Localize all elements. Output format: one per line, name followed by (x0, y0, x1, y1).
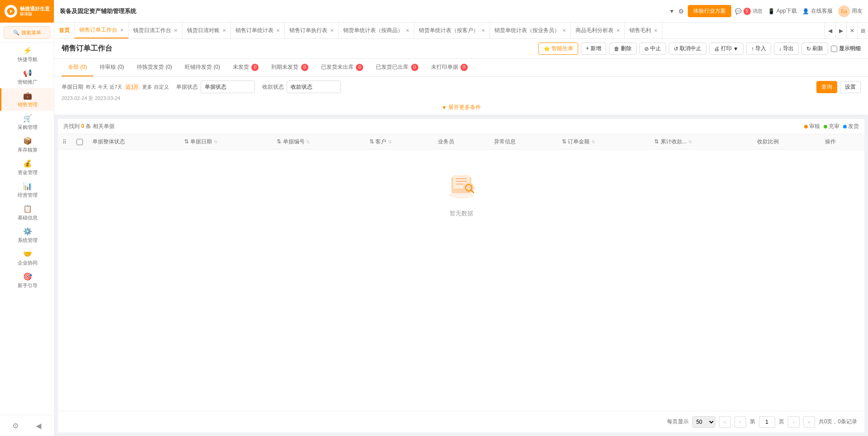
tab-sales-stat[interactable]: 销售订单统计表 ✕ (231, 23, 285, 38)
th-check[interactable] (72, 134, 88, 150)
tab-product-margin[interactable]: 商品毛利分析表 ✕ (571, 23, 625, 38)
subtab-not-shipped[interactable]: 未发货 0 (226, 59, 265, 76)
tab-close-icon[interactable]: ✕ (562, 28, 566, 33)
sidebar-item-marketing[interactable]: 📢 营销推广 (0, 66, 54, 88)
tab-close-icon[interactable]: ✕ (616, 28, 620, 33)
sidebar-item-operations[interactable]: 📊 经营管理 (0, 179, 54, 201)
message-button[interactable]: 💬 5 消息 (735, 8, 762, 15)
sidebar-item-guide[interactable]: 🎯 新手引导 (0, 269, 54, 292)
subtab-not-printed[interactable]: 未打印单据 0 (425, 59, 474, 76)
select-all-checkbox[interactable] (77, 139, 83, 145)
delete-button[interactable]: 🗑 删除 (609, 43, 637, 55)
date-more[interactable]: 更多 (142, 84, 152, 90)
tab-close-icon[interactable]: ✕ (406, 28, 409, 33)
tab-expand-button[interactable]: ⊞ (857, 23, 868, 39)
first-page-button[interactable]: « (719, 416, 731, 428)
subtab-shipped-out[interactable]: 已发货已出库 0 (369, 59, 424, 76)
page-header: 销售订单工作台 ⭐ 智能生单 + 新增 🗑 删除 ⊘ 中止 ↺ (54, 39, 868, 59)
tab-sales-profit[interactable]: 销售毛利 ✕ (625, 23, 662, 38)
export-button[interactable]: ↓ 导出 (774, 43, 799, 55)
sidebar-collapse-btn[interactable]: ◀ (32, 419, 45, 432)
show-detail-checkbox[interactable]: 显示明细 (831, 45, 861, 52)
subtab-expired-not-shipped[interactable]: 到期未发货 0 (265, 59, 314, 76)
review-action-button[interactable]: 审核 (804, 123, 820, 130)
show-detail-input[interactable] (831, 46, 837, 52)
sidebar-item-system[interactable]: ⚙️ 系统管理 (0, 224, 54, 246)
last-page-button[interactable]: » (803, 416, 815, 428)
sidebar-item-enterprise[interactable]: 🤝 企业协同 (0, 246, 54, 269)
tab-sales-exec[interactable]: 销售订单执行表 ✕ (285, 23, 339, 38)
sidebar-item-sales[interactable]: 💼 销售管理 (0, 88, 54, 111)
tab-close-icon[interactable]: ✕ (276, 28, 280, 33)
tab-sales-summary-customer[interactable]: 销货单统计表（按客户） ✕ (414, 23, 490, 38)
status-select[interactable]: 单据状态 (201, 81, 255, 93)
app-download-button[interactable]: 📱 App下载 (768, 7, 797, 15)
subtab-pending-review[interactable]: 待审核 (0) (93, 59, 130, 76)
tab-scroll-left-button[interactable]: ◀ (825, 23, 835, 39)
tab-close-icon[interactable]: ✕ (174, 28, 177, 33)
expired-not-shipped-badge: 0 (301, 64, 308, 71)
tab-cash-reconcile[interactable]: 钱货日清对账 ✕ (182, 23, 231, 38)
tab-home[interactable]: 首页 (54, 23, 75, 38)
add-button[interactable]: + 新增 (581, 43, 606, 55)
tab-close-all-button[interactable]: ✕ (846, 23, 857, 39)
sidebar-item-basic[interactable]: 📋 基础信息 (0, 201, 54, 224)
smart-gen-button[interactable]: ⭐ 智能生单 (538, 43, 578, 55)
tab-cash-daily[interactable]: 钱货日清工作台 ✕ (129, 23, 182, 38)
online-service-button[interactable]: 👤 在线客服 (802, 7, 833, 15)
sidebar-item-inventory[interactable]: 📦 库存核算 (0, 133, 54, 156)
cancel-suspend-button[interactable]: ↺ 取消中止 (669, 43, 706, 55)
th-amount[interactable]: ⇅ 订单金额 (557, 134, 650, 150)
tab-close-icon[interactable]: ✕ (120, 28, 124, 33)
user-avatar-button[interactable]: Ea 用友 (838, 5, 863, 17)
tab-close-icon[interactable]: ✕ (330, 28, 334, 33)
tab-scroll-right-button[interactable]: ▶ (835, 23, 846, 39)
page-number-input[interactable] (759, 416, 775, 428)
date-1month[interactable]: 近1月 (124, 83, 140, 91)
expand-icon: ▼ (441, 104, 447, 111)
tab-sales-summary-product[interactable]: 销货单统计表（按商品） ✕ (339, 23, 414, 38)
th-date[interactable]: ⇅ 单据日期 (180, 134, 272, 150)
topbar-dropdown-icon[interactable]: ▼ (669, 8, 675, 14)
date-7days[interactable]: 近7天 (110, 84, 122, 90)
th-customer[interactable]: ⇅ 客户 (365, 134, 434, 150)
tab-close-icon[interactable]: ✕ (481, 28, 485, 33)
un-review-action-button[interactable]: 充审 (824, 123, 839, 130)
topbar-settings-icon[interactable]: ⚙ (678, 8, 684, 15)
subtab-expired-not-shipped-label: 到期未发货 (271, 64, 298, 70)
expand-filter-button[interactable]: ▼ 展开更多条件 (441, 104, 481, 111)
tab-sales-summary-staff[interactable]: 销货单统计表（按业务员） ✕ (490, 23, 571, 38)
sidebar-item-quick-nav[interactable]: ⚡ 快捷导航 (0, 43, 54, 66)
print-button[interactable]: 🖨 打印 ▼ (709, 43, 743, 55)
refresh-button[interactable]: ↻ 刷新 (801, 43, 828, 55)
sales-stat-tab-label: 销售订单统计表 (235, 27, 273, 34)
industry-solution-button[interactable]: 体验行业方案 (688, 5, 731, 17)
selected-date-range: 2023-02-24 至 2023-03-24 (62, 95, 861, 102)
tab-close-icon[interactable]: ✕ (222, 28, 226, 33)
search-menu-button[interactable]: 🔍 搜索菜单 (4, 26, 50, 39)
import-button[interactable]: ↑ 导入 (746, 43, 771, 55)
subtab-pending-inspect[interactable]: 待拣货发货 (0) (130, 59, 178, 76)
subtab-shipped-not-out[interactable]: 已发货未出库 0 (315, 59, 369, 76)
date-custom[interactable]: 自定义 (154, 84, 169, 90)
sidebar-item-purchase[interactable]: 🛒 采购管理 (0, 111, 54, 133)
prev-page-button[interactable]: ‹ (734, 416, 746, 428)
page-size-select[interactable]: 20 50 100 200 (692, 416, 715, 428)
tab-sales-workbench[interactable]: 销售订单工作台 ✕ (75, 23, 129, 38)
settings-button[interactable]: 设置 (840, 81, 861, 93)
subtab-wangpu-pending[interactable]: 旺铺待发货 (0) (178, 59, 226, 76)
th-collected[interactable]: ⇅ 累计收款... (650, 134, 753, 150)
payment-select[interactable]: 收款状态 (287, 81, 341, 93)
suspend-button[interactable]: ⊘ 中止 (639, 43, 666, 55)
date-yesterday[interactable]: 昨天 (86, 84, 96, 90)
query-button[interactable]: 查询 (816, 81, 837, 93)
next-page-button[interactable]: › (788, 416, 800, 428)
tab-close-icon[interactable]: ✕ (654, 28, 657, 33)
sidebar-settings-btn[interactable]: ⚙ (9, 419, 22, 432)
th-number[interactable]: ⇅ 单据编号 (272, 134, 364, 150)
pagination: 每页显示 20 50 100 200 « ‹ 第 页 › » 共0页，0条记录 (58, 411, 864, 432)
subtab-all[interactable]: 全部 (0) (62, 59, 93, 76)
ship-action-button[interactable]: 发货 (843, 123, 859, 130)
date-today[interactable]: 今天 (98, 84, 108, 90)
sidebar-item-finance[interactable]: 💰 资金管理 (0, 156, 54, 179)
